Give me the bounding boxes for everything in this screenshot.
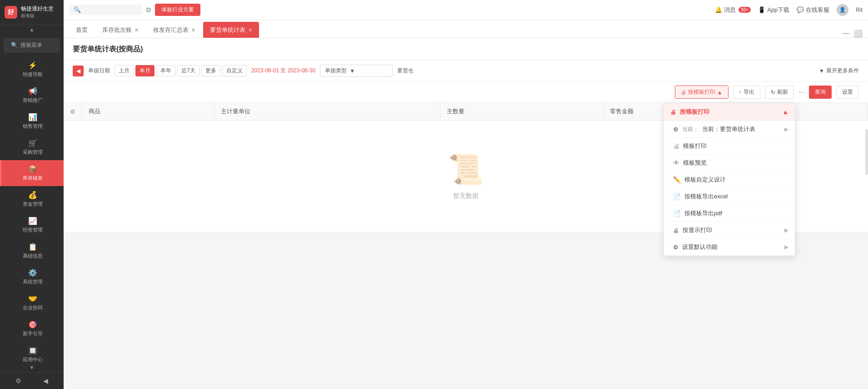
window-minimize-icon[interactable]: — <box>843 29 850 38</box>
template-dropdown-close-btn[interactable]: ▲ <box>782 108 788 116</box>
export-icon: ↑ <box>739 89 742 96</box>
filter-current-year-btn[interactable]: 本年 <box>156 65 175 76</box>
user-avatar[interactable]: 👤 <box>837 4 848 16</box>
filter-bar: ◀ 单据日期 上月 本月 本年 近7天 更多 自定义 2023-06-01 至 … <box>64 60 868 82</box>
template-excel-icon: 📄 <box>673 193 681 200</box>
refresh-btn[interactable]: ↻ 刷新 <box>765 86 794 99</box>
table-header-quantity: 主数量 <box>440 103 604 121</box>
sidebar-item-sales[interactable]: 📊 销售管理 <box>0 108 64 134</box>
template-pdf-item[interactable]: 📄 按模板导出pdf <box>664 205 795 222</box>
topbar-right: 🔔 消息 99+ 📱 App下载 💬 在线客服 👤 Rit <box>715 4 863 16</box>
purchase-icon: 🛒 <box>28 139 37 147</box>
template-custom-left: ✏️ 模板自定义设计 <box>673 176 726 184</box>
filter-current-month-btn[interactable]: 本月 <box>135 65 155 76</box>
page-title: 要货单统计表(按商品) <box>73 45 859 54</box>
page-area: 要货单统计表(按商品) ◀ 单据日期 上月 本月 本年 近7天 更多 自定义 2… <box>64 38 868 389</box>
order-type-dropdown-icon: ▼ <box>349 68 355 74</box>
sidebar-scroll-down[interactable]: ▼ <box>0 363 64 372</box>
sidebar-collapse-btn[interactable]: ◀ <box>43 377 48 384</box>
display-print-icon: 🖨 <box>673 227 679 234</box>
settings-gear-icon[interactable]: ⚙ <box>70 108 75 115</box>
tab-batch-account[interactable]: 库存批次账 ✕ <box>95 22 145 38</box>
sidebar-search-btn[interactable]: 🔍 搜索菜单 <box>4 38 60 53</box>
empty-icon: 📜 <box>448 152 484 187</box>
template-print-dropdown: 🖨 按模板打印 ▲ ⚙ 当前： 当前：要货单统计表 ▶ 🖨 模板打印 <box>663 103 795 256</box>
topbar-left: 🔍 ⚙ 体验行业方案 <box>69 4 200 16</box>
template-custom-item[interactable]: ✏️ 模板自定义设计 <box>664 172 795 188</box>
page-header: 要货单统计表(按商品) <box>64 38 868 60</box>
template-dropdown-title: 🖨 按模板打印 <box>670 108 709 116</box>
template-print-btn[interactable]: 🖨 按模板打印 ▲ <box>675 86 728 99</box>
tab-order-stats[interactable]: 要货单统计表 ✕ <box>203 22 259 38</box>
sidebar-item-finance[interactable]: 💰 资金管理 <box>0 186 64 212</box>
chevron-up-icon: ▲ <box>717 89 723 96</box>
tab-receipt-summary-close[interactable]: ✕ <box>191 27 195 33</box>
notification-btn[interactable]: 🔔 消息 99+ <box>715 6 751 14</box>
template-print-item[interactable]: 🖨 模板打印 <box>664 138 795 155</box>
filter-collapse-btn[interactable]: ◀ <box>73 66 84 76</box>
filter-custom-btn[interactable]: 自定义 <box>222 65 247 76</box>
sidebar-item-apps[interactable]: 🔲 应用中心 <box>0 342 64 363</box>
export-btn[interactable]: ↑ 导出 <box>733 86 760 99</box>
template-current-item[interactable]: ⚙ 当前： 当前：要货单统计表 ▶ <box>664 121 795 138</box>
sidebar-nav: ⚡ 快捷导航 📢 营销推广 📊 销售管理 🛒 采购管理 📦 库存核算 💰 资金管… <box>0 56 64 363</box>
sidebar-item-purchase[interactable]: 🛒 采购管理 <box>0 134 64 160</box>
window-maximize-icon[interactable]: ⬜ <box>853 29 863 38</box>
filter-more-btn[interactable]: 更多 <box>201 65 220 76</box>
display-print-item[interactable]: 🖨 按显示打印 ▶ <box>664 222 795 239</box>
template-dropdown-printer-icon: 🖨 <box>670 109 676 116</box>
topbar-search-box[interactable]: 🔍 <box>69 5 142 15</box>
scrollbar-handle[interactable] <box>865 129 868 175</box>
tab-order-stats-close[interactable]: ✕ <box>248 27 252 33</box>
tab-bar: 首页 库存批次账 ✕ 收发存汇总表 ✕ 要货单统计表 ✕ — ⬜ <box>64 20 868 38</box>
online-service-btn[interactable]: 💬 在线客服 <box>797 6 829 14</box>
guide-icon: 🎯 <box>28 320 37 329</box>
topbar-search-input[interactable] <box>84 7 137 13</box>
search-icon: 🔍 <box>11 42 18 48</box>
set-default-chevron: ▶ <box>784 244 788 250</box>
settings-btn[interactable]: 设置 <box>836 86 859 99</box>
sidebar-item-base[interactable]: 📋 基础信息 <box>0 238 64 264</box>
table-header-settings[interactable]: ⚙ <box>64 103 82 121</box>
query-btn[interactable]: 查询 <box>809 86 832 99</box>
more-options-btn[interactable]: ··· <box>798 88 804 96</box>
tab-home[interactable]: 首页 <box>69 22 95 38</box>
extra-filter-label: 要货仓 <box>397 67 414 75</box>
filter-prev-month-btn[interactable]: 上月 <box>115 65 134 76</box>
template-preview-left: 👁 模板预览 <box>673 159 707 167</box>
sidebar-item-operations[interactable]: 📈 经营管理 <box>0 212 64 238</box>
sidebar-item-collab[interactable]: 🤝 企业协同 <box>0 290 64 316</box>
page-toolbar: 🖨 按模板打印 ▲ ↑ 导出 ↻ 刷新 ··· 查询 设置 <box>64 82 868 103</box>
order-type-filter[interactable]: 单据类型 ▼ <box>320 65 393 77</box>
empty-text: 暂无数据 <box>453 192 479 200</box>
topbar-search-icon: 🔍 <box>74 6 81 13</box>
app-download-btn[interactable]: 📱 App下载 <box>758 6 789 14</box>
sidebar-scroll-up[interactable]: ▲ <box>0 25 64 34</box>
tab-batch-account-close[interactable]: ✕ <box>135 27 139 33</box>
sidebar-item-system[interactable]: ⚙️ 系统管理 <box>0 264 64 290</box>
template-excel-left: 📄 按模板导出excel <box>673 192 728 201</box>
sidebar-settings-btn[interactable]: ⚙ <box>15 377 21 384</box>
sidebar-item-inventory[interactable]: 📦 库存核算 <box>0 160 64 186</box>
sidebar-item-marketing[interactable]: 📢 营销推广 <box>0 82 64 108</box>
table-header-unit: 主计量单位 <box>214 103 440 121</box>
display-print-left: 🖨 按显示打印 <box>673 226 712 234</box>
template-excel-item[interactable]: 📄 按模板导出excel <box>664 188 795 205</box>
experience-btn[interactable]: 体验行业方案 <box>155 4 200 16</box>
sidebar-item-quick-nav[interactable]: ⚡ 快捷导航 <box>0 56 64 82</box>
apps-icon: 🔲 <box>28 346 37 355</box>
expand-filters-btn[interactable]: ▼ 展开更多条件 <box>819 67 859 75</box>
topbar-settings-icon[interactable]: ⚙ <box>145 6 151 14</box>
set-default-item[interactable]: ⚙ 设置默认功能 ▶ <box>664 239 795 256</box>
date-range-display: 2023-06-01 至 2023-06-30 <box>251 67 315 75</box>
expand-icon: ▼ <box>819 68 824 74</box>
window-control-btns: — ⬜ <box>843 29 863 38</box>
table-header-goods: 商品 <box>82 103 215 121</box>
filter-7days-btn[interactable]: 近7天 <box>177 65 200 76</box>
display-print-chevron: ▶ <box>784 227 788 233</box>
tab-receipt-summary[interactable]: 收发存汇总表 ✕ <box>146 22 202 38</box>
app-logo-icon: 好 <box>5 6 17 19</box>
topbar: 🔍 ⚙ 体验行业方案 🔔 消息 99+ 📱 App下载 💬 在线客服 👤 Rit <box>64 0 868 20</box>
template-preview-item[interactable]: 👁 模板预览 <box>664 155 795 172</box>
sidebar-item-guide[interactable]: 🎯 新手引导 <box>0 316 64 342</box>
